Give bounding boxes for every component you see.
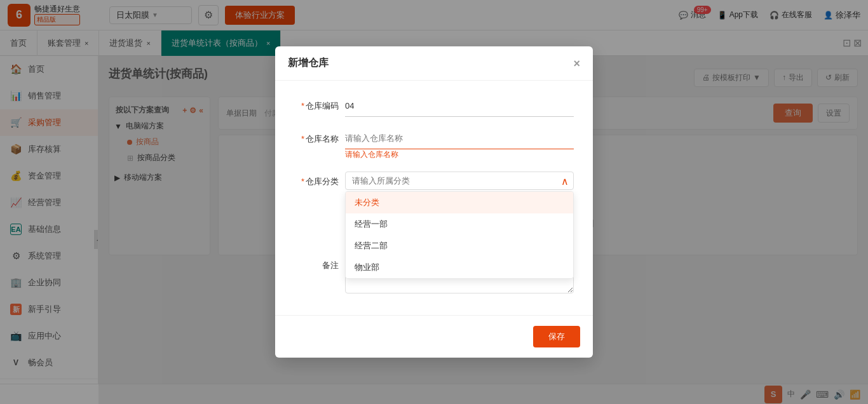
category-input[interactable] <box>345 172 574 190</box>
category-select-wrap: ∧ 未分类 经营一部 经营二部 物业部 <box>345 172 574 190</box>
add-warehouse-modal: 新增仓库 × 仓库编码 仓库名称 请输入仓库名称 仓库分类 <box>275 46 593 358</box>
modal-footer: 保存 <box>275 315 593 358</box>
modal-overlay: 新增仓库 × 仓库编码 仓库名称 请输入仓库名称 仓库分类 <box>0 0 868 404</box>
dropdown-option-1[interactable]: 经营一部 <box>346 213 573 235</box>
category-row: 仓库分类 ∧ 未分类 经营一部 经营二部 物业部 <box>294 172 574 192</box>
code-input[interactable] <box>345 96 574 117</box>
code-row: 仓库编码 <box>294 96 574 117</box>
category-dropdown: 未分类 经营一部 经营二部 物业部 <box>345 191 574 279</box>
dropdown-option-3[interactable]: 物业部 <box>346 257 573 278</box>
save-button[interactable]: 保存 <box>533 326 580 347</box>
category-label: 仓库分类 <box>294 172 345 192</box>
modal-title: 新增仓库 <box>288 57 329 70</box>
name-error-msg: 请输入仓库名称 <box>345 150 398 159</box>
name-row: 仓库名称 请输入仓库名称 <box>294 128 574 160</box>
category-dropdown-toggle[interactable]: ∧ <box>561 175 569 187</box>
modal-body: 仓库编码 仓库名称 请输入仓库名称 仓库分类 ∧ <box>275 81 593 315</box>
dropdown-option-0[interactable]: 未分类 <box>346 192 573 213</box>
remark-label: 备注 <box>294 255 345 276</box>
modal-close-button[interactable]: × <box>573 58 580 69</box>
dropdown-option-2[interactable]: 经营二部 <box>346 235 573 257</box>
name-input[interactable] <box>345 128 574 149</box>
name-label: 仓库名称 <box>294 129 345 149</box>
name-row-inner: 仓库名称 <box>294 128 574 149</box>
name-error-wrap: 请输入仓库名称 <box>294 149 574 160</box>
code-label: 仓库编码 <box>294 96 345 116</box>
modal-header: 新增仓库 × <box>275 46 593 81</box>
